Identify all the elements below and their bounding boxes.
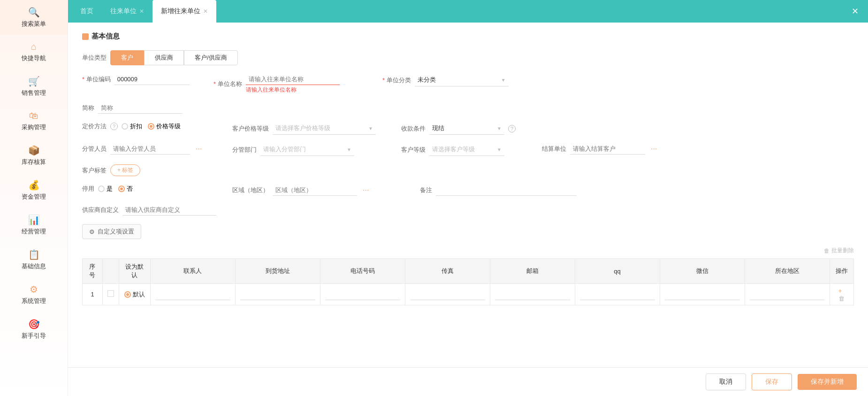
- chevron-down-icon: ▼: [501, 78, 506, 83]
- email-input[interactable]: [495, 289, 570, 300]
- unit-category-select[interactable]: 未分类 ▼: [415, 74, 509, 86]
- col-default: 设为默认: [119, 259, 150, 284]
- radio-price-level[interactable]: 价格等级: [148, 122, 181, 131]
- unit-btn-both[interactable]: 客户/供应商: [184, 50, 238, 65]
- sidebar-item-operations[interactable]: 📊 经营管理: [0, 208, 68, 242]
- region-more-icon[interactable]: ···: [361, 186, 371, 194]
- row-default-radio[interactable]: 默认: [124, 290, 145, 299]
- unit-code-field: 单位编码: [82, 74, 213, 85]
- region-input[interactable]: [273, 185, 357, 196]
- sidebar-item-purchase[interactable]: 🛍 采购管理: [0, 104, 68, 138]
- sidebar-item-label: 资金管理: [22, 193, 46, 201]
- col-fax: 传真: [405, 259, 490, 284]
- customer-tag-row: 客户标签 + 标签: [82, 164, 854, 176]
- sidebar-item-sales[interactable]: 🛒 销售管理: [0, 69, 68, 104]
- radio-discount-label: 折扣: [130, 122, 142, 131]
- tab-new-partner[interactable]: 新增往来单位 ✕: [152, 0, 216, 23]
- radio-discount[interactable]: 折扣: [122, 122, 142, 131]
- unit-btn-supplier[interactable]: 供应商: [144, 50, 184, 65]
- sidebar-item-inventory[interactable]: 📦 库存核算: [0, 138, 68, 173]
- unit-category-value: 未分类: [418, 76, 499, 84]
- cell-action: ＋ 🗑: [830, 284, 854, 305]
- sidebar-item-label: 系统管理: [22, 297, 46, 305]
- manager-more-icon[interactable]: ···: [194, 145, 204, 153]
- tab-bar: 首页 往来单位 ✕ 新增往来单位 ✕ ✕: [68, 0, 868, 23]
- abbr-input[interactable]: [98, 102, 183, 114]
- tab-partners-close[interactable]: ✕: [139, 8, 144, 15]
- form-content: 基本信息 单位类型 客户 供应商 客户/供应商 单位编码 单位名称: [68, 23, 868, 367]
- cell-checkbox[interactable]: [102, 284, 119, 305]
- row-checkbox[interactable]: [107, 290, 114, 297]
- radio-no-label: 否: [127, 185, 133, 193]
- manager-input[interactable]: [110, 143, 190, 155]
- radio-no[interactable]: 否: [118, 185, 133, 193]
- basic-info-icon: 📋: [28, 249, 40, 260]
- phone-input[interactable]: [325, 289, 400, 300]
- sidebar-item-label: 经营管理: [22, 227, 46, 236]
- supplier-custom-input[interactable]: [122, 204, 216, 216]
- tab-partners[interactable]: 往来单位 ✕: [102, 0, 152, 23]
- tab-home[interactable]: 首页: [72, 0, 102, 23]
- unit-name-input[interactable]: [246, 74, 340, 85]
- pricing-radio-group: 折扣 价格等级: [122, 122, 181, 131]
- save-button[interactable]: 保存: [752, 373, 792, 390]
- unit-btn-customer[interactable]: 客户: [110, 50, 144, 65]
- sidebar-item-quick-nav[interactable]: ⌂ 快捷导航: [0, 35, 68, 69]
- cancel-button[interactable]: 取消: [706, 373, 746, 390]
- custom-settings-button[interactable]: ⚙ 自定义项设置: [82, 224, 141, 239]
- cell-contact[interactable]: [150, 284, 235, 305]
- region-label: 区域（地区）: [232, 186, 269, 194]
- sidebar-item-basic-info[interactable]: 📋 基础信息: [0, 242, 68, 277]
- sidebar-item-label: 销售管理: [22, 89, 46, 97]
- tab-partners-label: 往来单位: [110, 7, 137, 16]
- save-and-new-button[interactable]: 保存并新增: [798, 374, 857, 390]
- pricing-method-field: 定价方法 ? 折扣 价格等级: [82, 122, 232, 131]
- pricing-help-icon[interactable]: ?: [110, 123, 118, 130]
- section-title: 基本信息: [91, 32, 120, 41]
- sidebar-item-search[interactable]: 🔍 搜索菜单: [0, 0, 68, 35]
- cell-location[interactable]: [745, 284, 830, 305]
- unit-code-input[interactable]: [114, 74, 190, 85]
- address-input[interactable]: [240, 289, 315, 300]
- add-row-icon[interactable]: ＋: [837, 287, 843, 294]
- payment-terms-select[interactable]: 现结 ▼: [429, 122, 504, 135]
- customer-level-label: 客户等级: [401, 146, 426, 154]
- qq-input[interactable]: [580, 289, 655, 300]
- main-close-button[interactable]: ✕: [846, 6, 864, 16]
- radio-price-level-label: 价格等级: [156, 122, 181, 131]
- cell-fax[interactable]: [405, 284, 490, 305]
- payment-help-icon[interactable]: ?: [508, 125, 516, 132]
- cell-wechat[interactable]: [660, 284, 745, 305]
- settlement-more-icon[interactable]: ···: [649, 145, 659, 153]
- cell-email[interactable]: [490, 284, 575, 305]
- sidebar-item-beginner[interactable]: 🎯 新手引导: [0, 312, 68, 347]
- remark-input[interactable]: [436, 185, 577, 196]
- cell-phone[interactable]: [320, 284, 405, 305]
- fax-input[interactable]: [410, 289, 485, 300]
- customer-level-select[interactable]: 请选择客户等级 ▼: [429, 143, 504, 156]
- department-select[interactable]: 请输入分管部门 ▼: [260, 143, 354, 156]
- radio-yes[interactable]: 是: [98, 185, 113, 193]
- contact-table: 序号 设为默认 联系人 到货地址 电话号码 传真 邮箱 qq 微信 所在地区 操…: [82, 258, 854, 305]
- unit-name-field: 单位名称 请输入往来单位名称: [213, 74, 382, 94]
- cell-address[interactable]: [235, 284, 320, 305]
- location-input[interactable]: [750, 289, 825, 300]
- radio-yes-circle: [98, 186, 105, 192]
- sidebar-item-finance[interactable]: 💰 资金管理: [0, 173, 68, 208]
- wechat-input[interactable]: [665, 289, 740, 300]
- department-placeholder: 请输入分管部门: [263, 145, 345, 154]
- region-field: 区域（地区） ···: [232, 185, 420, 196]
- system-icon: ⚙: [30, 284, 38, 295]
- sidebar-item-label: 基础信息: [22, 262, 46, 271]
- cell-qq[interactable]: [575, 284, 660, 305]
- contact-input[interactable]: [155, 289, 230, 300]
- sidebar-item-label: 搜索菜单: [22, 20, 46, 28]
- delete-row-icon[interactable]: 🗑: [838, 295, 845, 302]
- unit-name-label: 单位名称: [213, 80, 242, 88]
- batch-delete-label[interactable]: 批量删除: [831, 247, 854, 255]
- settlement-unit-input[interactable]: [570, 143, 645, 155]
- sidebar-item-system[interactable]: ⚙ 系统管理: [0, 277, 68, 312]
- tab-new-partner-close[interactable]: ✕: [203, 8, 208, 15]
- add-tag-button[interactable]: + 标签: [110, 164, 140, 176]
- customer-price-level-select[interactable]: 请选择客户价格等级 ▼: [273, 122, 376, 135]
